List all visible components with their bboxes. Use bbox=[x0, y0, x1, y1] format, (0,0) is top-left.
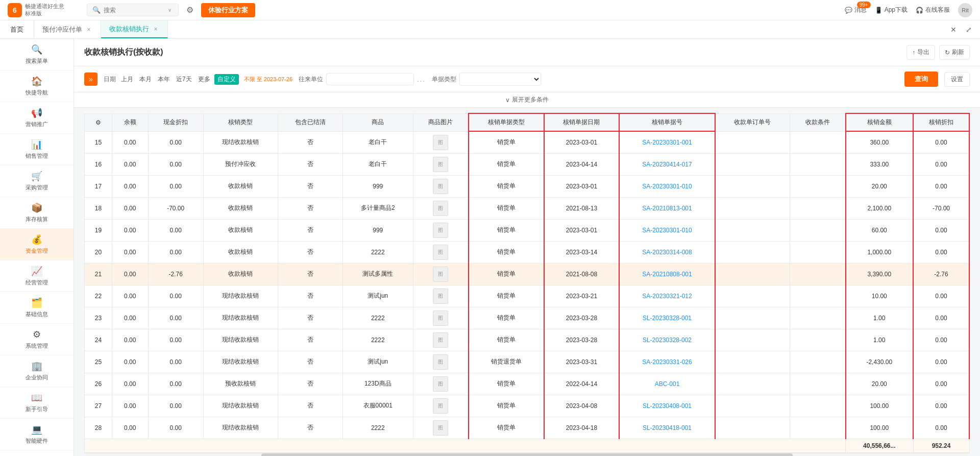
sidebar-item-business[interactable]: 📈 经营管理 bbox=[0, 260, 74, 292]
user-avatar[interactable]: Rit bbox=[958, 3, 972, 17]
tab-collection[interactable]: 收款核销执行 × bbox=[101, 20, 168, 38]
cell-type: 现结收款核销 bbox=[203, 131, 278, 153]
cell-order-no bbox=[715, 197, 790, 219]
cell-bill-no[interactable]: SL-20230408-001 bbox=[619, 395, 715, 417]
cell-balance: 0.00 bbox=[112, 285, 148, 307]
date-last-month[interactable]: 上月 bbox=[119, 74, 135, 85]
sidebar-item-enterprise[interactable]: 🏢 企业协同 bbox=[0, 355, 74, 387]
cell-write-off-discount: 0.00 bbox=[913, 329, 969, 351]
cell-bill-no[interactable]: ABC-001 bbox=[619, 373, 715, 395]
cell-write-off-discount: 0.00 bbox=[913, 351, 969, 373]
industry-button[interactable]: 休验行业方案 bbox=[201, 3, 255, 17]
search-box[interactable]: 🔍 ∨ bbox=[87, 4, 179, 16]
cell-bill-no[interactable]: SL-20230328-002 bbox=[619, 329, 715, 351]
cell-bill-no[interactable]: SA-20210813-001 bbox=[619, 197, 715, 219]
bill-no-link[interactable]: SL-20230408-001 bbox=[643, 402, 692, 410]
cell-no: 27 bbox=[85, 395, 112, 417]
prepay-tab-close[interactable]: × bbox=[85, 26, 92, 33]
cell-goods-img: 图 bbox=[413, 395, 469, 417]
tab-home[interactable]: 首页 bbox=[0, 20, 34, 38]
bill-no-link[interactable]: SA-20230321-012 bbox=[642, 293, 692, 300]
date-this-year[interactable]: 本年 bbox=[156, 74, 172, 85]
sidebar-item-inventory[interactable]: 📦 库存核算 bbox=[0, 197, 74, 229]
page-title: 收款核销执行(按收款) bbox=[84, 47, 163, 64]
gear-button[interactable]: ⚙ bbox=[183, 3, 197, 17]
cell-no: 25 bbox=[85, 351, 112, 373]
th-settings[interactable]: ⚙ bbox=[85, 113, 112, 131]
bill-no-link[interactable]: SA-20210813-001 bbox=[642, 205, 692, 212]
cell-settled: 否 bbox=[278, 241, 342, 263]
cell-bill-date: 2023-03-01 bbox=[544, 219, 620, 241]
partner-input[interactable] bbox=[326, 73, 414, 85]
sidebar-item-quick-nav[interactable]: 🏠 快捷导航 bbox=[0, 70, 74, 102]
cell-bill-no[interactable]: SL-20230418-001 bbox=[619, 417, 715, 439]
bill-no-link[interactable]: SL-20230418-001 bbox=[643, 424, 692, 431]
bill-no-link[interactable]: SA-20230414-017 bbox=[642, 161, 692, 168]
tab-prepay[interactable]: 预付冲应付单 × bbox=[34, 20, 101, 38]
sidebar-item-purchase[interactable]: 🛒 采购管理 bbox=[0, 165, 74, 197]
scrollbar-thumb[interactable] bbox=[261, 453, 793, 457]
message-area[interactable]: 💬 消息 99+ bbox=[845, 6, 867, 14]
sidebar-item-sales[interactable]: 📊 销售管理 bbox=[0, 134, 74, 165]
bill-no-link[interactable]: SL-20230328-002 bbox=[643, 337, 692, 344]
cell-bill-no[interactable]: SA-20230414-017 bbox=[619, 153, 715, 175]
cell-bill-no[interactable]: SA-20230331-026 bbox=[619, 351, 715, 373]
cell-bill-no[interactable]: SA-20230301-010 bbox=[619, 219, 715, 241]
date-last-7-days[interactable]: 近7天 bbox=[174, 74, 194, 85]
date-custom[interactable]: 自定义 bbox=[214, 74, 239, 85]
query-button[interactable]: 查询 bbox=[904, 71, 938, 87]
cell-order-no bbox=[715, 153, 790, 175]
cell-bill-no[interactable]: SA-20230301-001 bbox=[619, 131, 715, 153]
close-window-button[interactable]: ✕ bbox=[947, 23, 960, 36]
sidebar-item-hardware[interactable]: 💻 智能硬件 bbox=[0, 419, 74, 450]
date-more[interactable]: 更多 bbox=[196, 74, 212, 85]
filter-expand-button[interactable]: » bbox=[84, 73, 97, 86]
bill-no-link[interactable]: ABC-001 bbox=[655, 380, 680, 388]
sidebar-item-marketing[interactable]: 📢 营销推广 bbox=[0, 102, 74, 134]
date-this-month[interactable]: 本月 bbox=[137, 74, 154, 85]
bill-no-link[interactable]: SA-20230301-010 bbox=[642, 227, 692, 234]
sidebar-item-search-menu[interactable]: 🔍 搜索菜单 bbox=[0, 39, 74, 70]
sidebar-item-system[interactable]: ⚙ 系统管理 bbox=[0, 324, 74, 355]
expand-more-button[interactable]: ∨ 展开更多条件 bbox=[74, 93, 980, 106]
refresh-button[interactable]: ↻ 刷新 bbox=[939, 45, 970, 60]
goods-image: 图 bbox=[433, 201, 448, 216]
cell-bill-type: 销货单 bbox=[469, 241, 544, 263]
sidebar-item-guide[interactable]: 📖 新手引导 bbox=[0, 387, 74, 419]
bill-no-link[interactable]: SA-20230301-001 bbox=[642, 139, 692, 146]
sidebar-item-wechat[interactable]: 💬 企业微信 bbox=[0, 450, 74, 456]
cell-bill-no[interactable]: SA-20210808-001 bbox=[619, 263, 715, 285]
th-bill-type: 核销单据类型 bbox=[469, 113, 544, 131]
cell-goods-img: 图 bbox=[413, 197, 469, 219]
bill-no-link[interactable]: SA-20230314-008 bbox=[642, 249, 692, 256]
cell-no: 28 bbox=[85, 417, 112, 439]
cell-bill-no[interactable]: SA-20230301-010 bbox=[619, 175, 715, 197]
cell-type: 预收款核销 bbox=[203, 373, 278, 395]
bill-no-link[interactable]: SL-20230328-001 bbox=[643, 315, 692, 322]
bill-no-link[interactable]: SA-20230301-010 bbox=[642, 183, 692, 190]
collection-tab-close[interactable]: × bbox=[152, 26, 159, 33]
online-service-link[interactable]: 🎧 在线客服 bbox=[916, 6, 950, 14]
cell-bill-no[interactable]: SA-20230314-008 bbox=[619, 241, 715, 263]
maximize-window-button[interactable]: ⤢ bbox=[963, 23, 975, 36]
bill-no-link[interactable]: SA-20230331-026 bbox=[642, 358, 692, 366]
search-input[interactable] bbox=[104, 7, 165, 14]
sidebar-item-finance[interactable]: 💰 资金管理 bbox=[0, 229, 74, 260]
sidebar-label-marketing: 营销推广 bbox=[26, 121, 48, 128]
cell-bill-type: 销货单 bbox=[469, 197, 544, 219]
cell-amount: 360.00 bbox=[846, 131, 913, 153]
sidebar-item-basic-info[interactable]: 🗂️ 基础信息 bbox=[0, 292, 74, 324]
sidebar-label-enterprise: 企业协同 bbox=[26, 374, 48, 381]
horizontal-scrollbar[interactable] bbox=[84, 453, 970, 457]
cell-bill-type: 销货单 bbox=[469, 175, 544, 197]
export-button[interactable]: ↑ 导出 bbox=[906, 45, 935, 60]
app-download-link[interactable]: 📱 App下载 bbox=[875, 6, 908, 14]
bill-no-link[interactable]: SA-20210808-001 bbox=[642, 271, 692, 278]
cell-bill-no[interactable]: SL-20230328-001 bbox=[619, 307, 715, 329]
footer-amount-total: 40,556,66... bbox=[846, 439, 913, 452]
bill-type-select[interactable] bbox=[459, 73, 541, 86]
filter-settings-button[interactable]: 设置 bbox=[944, 72, 970, 87]
cell-bill-no[interactable]: SA-20230321-012 bbox=[619, 285, 715, 307]
cell-condition bbox=[790, 373, 845, 395]
cell-balance: 0.00 bbox=[112, 197, 148, 219]
